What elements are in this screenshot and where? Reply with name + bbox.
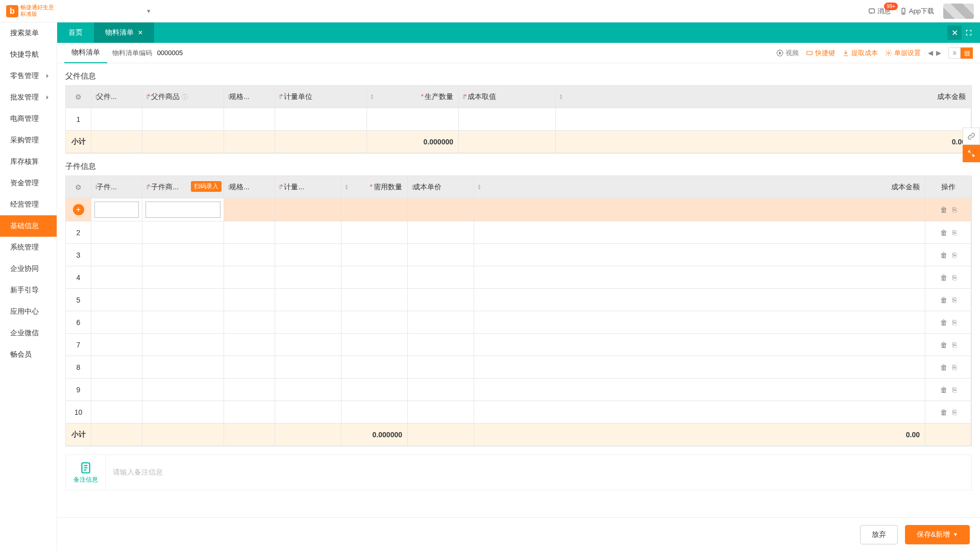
child-cell[interactable] xyxy=(224,198,275,221)
child-col-spec[interactable]: ▲▼规格... xyxy=(224,176,275,198)
child-cell[interactable] xyxy=(408,379,474,401)
child-cell[interactable] xyxy=(408,244,474,266)
app-download-button[interactable]: App下载 xyxy=(900,7,934,16)
child-row[interactable]: 9🗑⎘ xyxy=(66,379,971,401)
child-cell[interactable] xyxy=(408,356,474,379)
child-cell[interactable] xyxy=(474,221,925,244)
child-cell[interactable] xyxy=(91,401,142,423)
child-cell[interactable] xyxy=(142,334,224,356)
copy-row-icon[interactable]: ⎘ xyxy=(952,363,957,371)
child-cell[interactable] xyxy=(341,244,408,266)
parent-cell-code[interactable] xyxy=(91,108,142,131)
child-cell[interactable] xyxy=(408,401,474,423)
child-row[interactable]: 4🗑⎘ xyxy=(66,266,971,289)
delete-row-icon[interactable]: 🗑 xyxy=(940,318,947,327)
child-row[interactable]: 2🗑⎘ xyxy=(66,221,971,244)
sidebar-item[interactable]: 零售管理 xyxy=(0,65,57,87)
child-row[interactable]: 10🗑⎘ xyxy=(66,401,971,423)
child-cell[interactable] xyxy=(408,266,474,289)
sidebar-item[interactable]: 企业微信 xyxy=(0,322,57,344)
child-cell[interactable] xyxy=(224,221,275,244)
float-edit-button[interactable] xyxy=(963,128,980,145)
child-cell[interactable] xyxy=(408,289,474,311)
parent-cell-product[interactable] xyxy=(142,108,224,131)
sidebar-item[interactable]: 资金管理 xyxy=(0,172,57,194)
delete-row-icon[interactable]: 🗑 xyxy=(940,408,947,416)
child-cell[interactable] xyxy=(474,198,925,221)
messages-button[interactable]: 消息 99+ xyxy=(868,7,891,16)
parent-col-product[interactable]: ▲▼父件商品 ⓘ xyxy=(142,86,224,108)
child-row[interactable]: 6🗑⎘ xyxy=(66,311,971,334)
fullscreen-button[interactable] xyxy=(962,26,976,40)
child-cell[interactable] xyxy=(341,266,408,289)
child-row[interactable]: 5🗑⎘ xyxy=(66,289,971,311)
user-avatar[interactable] xyxy=(943,4,974,19)
sidebar-item[interactable]: 电商管理 xyxy=(0,108,57,130)
child-cell[interactable] xyxy=(91,244,142,266)
tool-settings[interactable]: 单据设置 xyxy=(885,48,921,58)
cancel-button[interactable]: 放弃 xyxy=(860,525,898,544)
child-cell[interactable] xyxy=(224,356,275,379)
delete-row-icon[interactable]: 🗑 xyxy=(940,273,947,282)
parent-col-qty[interactable]: ▲▼生产数量 xyxy=(367,86,459,108)
copy-row-icon[interactable]: ⎘ xyxy=(952,386,957,394)
child-cell[interactable] xyxy=(341,221,408,244)
tabstrip-close-button[interactable]: ✕ xyxy=(947,26,962,40)
parent-col-costsrc[interactable]: ▲▼成本取值 xyxy=(459,86,556,108)
sidebar-item[interactable]: 基础信息 xyxy=(0,215,57,237)
child-cell[interactable] xyxy=(474,244,925,266)
child-col-product[interactable]: ▲▼子件商...扫码录入 xyxy=(142,176,224,198)
child-cell[interactable] xyxy=(142,198,224,221)
child-cell[interactable] xyxy=(91,221,142,244)
child-cell[interactable] xyxy=(275,356,341,379)
parent-col-code[interactable]: ▲▼父件... xyxy=(91,86,142,108)
tab-close-icon[interactable]: ✕ xyxy=(138,29,143,36)
child-cell[interactable] xyxy=(142,356,224,379)
sidebar-item[interactable]: 库存核算 xyxy=(0,151,57,172)
sidebar-item[interactable]: 快捷导航 xyxy=(0,44,57,65)
parent-row[interactable]: 1 xyxy=(66,108,971,131)
view-form-button[interactable]: ▤ xyxy=(961,47,973,59)
copy-row-icon[interactable]: ⎘ xyxy=(952,273,957,282)
child-row[interactable]: 8🗑⎘ xyxy=(66,356,971,379)
copy-row-icon[interactable]: ⎘ xyxy=(952,408,957,416)
child-cell[interactable] xyxy=(91,266,142,289)
sidebar-item[interactable]: 系统管理 xyxy=(0,237,57,258)
child-cell[interactable] xyxy=(474,311,925,334)
child-cell[interactable] xyxy=(142,311,224,334)
child-col-amount[interactable]: ▲▼成本金额 xyxy=(474,176,925,198)
child-cell[interactable] xyxy=(341,334,408,356)
child-cell[interactable] xyxy=(341,289,408,311)
child-cell[interactable] xyxy=(474,379,925,401)
child-cell[interactable] xyxy=(275,334,341,356)
child-cell[interactable] xyxy=(275,244,341,266)
child-col-unit[interactable]: ▲▼计量... xyxy=(275,176,341,198)
sidebar-item[interactable]: 批发管理 xyxy=(0,87,57,108)
child-cell[interactable] xyxy=(474,356,925,379)
sidebar-item[interactable]: 经营管理 xyxy=(0,194,57,215)
sidebar-item[interactable]: 新手引导 xyxy=(0,280,57,301)
copy-row-icon[interactable]: ⎘ xyxy=(952,206,957,214)
child-cell[interactable] xyxy=(408,334,474,356)
parent-col-spec[interactable]: ▲▼规格... xyxy=(224,86,275,108)
child-cell[interactable] xyxy=(91,289,142,311)
parent-cell-spec[interactable] xyxy=(224,108,275,131)
copy-row-icon[interactable]: ⎘ xyxy=(952,229,957,237)
child-cell[interactable] xyxy=(408,221,474,244)
cell-input[interactable] xyxy=(145,202,220,218)
save-button[interactable]: 保存&新增▼ xyxy=(905,525,970,544)
child-cell[interactable] xyxy=(275,198,341,221)
add-row-button[interactable]: + xyxy=(73,204,84,215)
child-cell[interactable] xyxy=(474,289,925,311)
pager-prev[interactable]: ◀ xyxy=(928,49,933,57)
child-cell[interactable] xyxy=(275,379,341,401)
parent-col-unit[interactable]: ▲▼计量单位 xyxy=(275,86,367,108)
child-col-price[interactable]: ▲▼成本单价 xyxy=(408,176,474,198)
child-cell[interactable] xyxy=(341,356,408,379)
tool-cost[interactable]: 提取成本 xyxy=(842,48,878,58)
child-col-gear[interactable]: ⚙ xyxy=(66,176,91,198)
delete-row-icon[interactable]: 🗑 xyxy=(940,251,947,259)
parent-cell-unit[interactable] xyxy=(275,108,367,131)
child-cell[interactable] xyxy=(275,266,341,289)
child-cell[interactable] xyxy=(341,401,408,423)
